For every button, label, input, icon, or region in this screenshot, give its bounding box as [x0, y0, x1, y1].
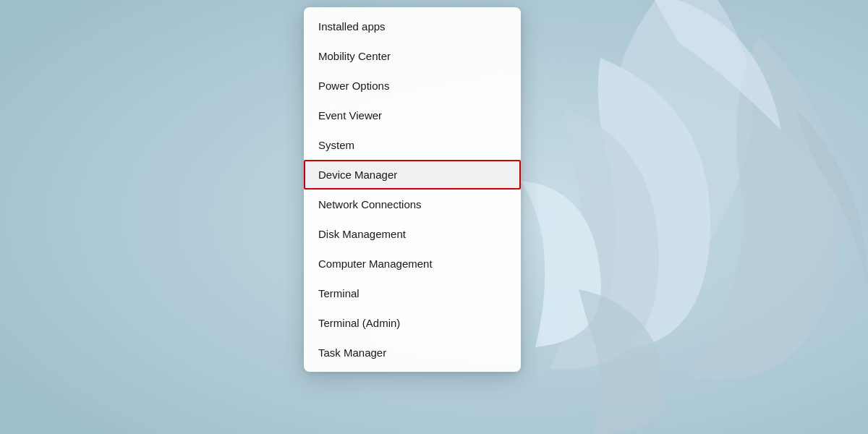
- menu-item-label-task-manager: Task Manager: [318, 345, 386, 360]
- menu-item-task-manager[interactable]: Task Manager: [304, 338, 521, 367]
- menu-item-system[interactable]: System: [304, 130, 521, 160]
- menu-item-power-options[interactable]: Power Options: [304, 71, 521, 101]
- menu-item-terminal[interactable]: Terminal: [304, 278, 521, 308]
- menu-item-label-event-viewer: Event Viewer: [318, 108, 382, 123]
- menu-item-label-computer-management: Computer Management: [318, 256, 433, 271]
- menu-item-label-power-options: Power Options: [318, 78, 389, 93]
- menu-item-label-terminal: Terminal: [318, 286, 359, 301]
- menu-item-network-connections[interactable]: Network Connections: [304, 190, 521, 219]
- menu-item-installed-apps[interactable]: Installed apps: [304, 12, 521, 41]
- menu-item-disk-management[interactable]: Disk Management: [304, 219, 521, 249]
- menu-item-label-installed-apps: Installed apps: [318, 19, 386, 34]
- menu-item-label-system: System: [318, 137, 354, 153]
- menu-item-terminal-admin[interactable]: Terminal (Admin): [304, 308, 521, 338]
- menu-item-label-network-connections: Network Connections: [318, 197, 422, 212]
- menu-item-computer-management[interactable]: Computer Management: [304, 249, 521, 278]
- menu-item-label-mobility-center: Mobility Center: [318, 48, 391, 64]
- menu-item-label-disk-management: Disk Management: [318, 226, 406, 242]
- menu-item-event-viewer[interactable]: Event Viewer: [304, 101, 521, 130]
- menu-item-label-terminal-admin: Terminal (Admin): [318, 315, 400, 331]
- menu-item-label-device-manager: Device Manager: [318, 167, 397, 182]
- menu-item-device-manager[interactable]: Device Manager: [304, 160, 521, 190]
- menu-item-mobility-center[interactable]: Mobility Center: [304, 41, 521, 71]
- context-menu: Installed appsMobility CenterPower Optio…: [304, 7, 521, 372]
